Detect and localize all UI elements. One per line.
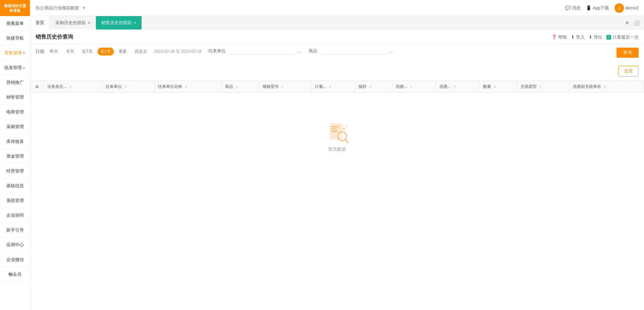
sort-icon: ⇅: [69, 85, 72, 89]
date-filter-group: 日期 昨天 今天 近7天 近1月 更多 自定义 2023-02-18 至 202…: [36, 48, 202, 55]
th-quantity[interactable]: 数量 ⇅: [480, 81, 517, 93]
sidebar-item-system[interactable]: 系统管理: [0, 193, 30, 208]
product-input-wrap: ...: [320, 48, 394, 54]
tab-sales-history[interactable]: 销售历史价跟踪 ×: [96, 16, 142, 30]
only-last-label: 只看最后一次: [612, 34, 639, 40]
page-header: 销售历史价查询 ❓ 帮助 ⬆ 导入 ⬇ 导出 只看最后一次: [30, 30, 644, 44]
import-label: 导入: [576, 34, 585, 40]
settings-button[interactable]: 设置: [619, 66, 639, 76]
chevron-up-icon: ▲: [22, 66, 26, 69]
svg-point-7: [343, 128, 345, 130]
product-dots[interactable]: ...: [387, 48, 394, 54]
th-price[interactable]: 报价 ⇅: [355, 81, 392, 93]
tab-purchase-close-icon[interactable]: ×: [88, 20, 90, 25]
th-product[interactable]: 商品 ⇅: [222, 81, 259, 93]
logo: 畅捷信好生意 标准版: [0, 0, 30, 16]
sidebar-item-inventory[interactable]: 库存核算: [0, 134, 30, 149]
empty-text: 暂无数据: [328, 146, 346, 152]
export-action[interactable]: ⬇ 导出: [589, 34, 602, 40]
query-button[interactable]: 查询: [616, 48, 639, 58]
sidebar-item-marketing[interactable]: 营销推广: [0, 75, 30, 90]
th-pretax-price[interactable]: 优惠前无税单价 ⇅: [569, 81, 644, 93]
th-unit[interactable]: 计量... ⇅: [311, 81, 355, 93]
header-actions: 💬 消息 📱 App下载 d demo2: [565, 3, 639, 13]
workspace-info: 办公用品行业模拟账套 ▼: [36, 5, 86, 11]
export-icon: ⬇: [589, 35, 592, 40]
import-action[interactable]: ⬆ 导入: [571, 34, 585, 40]
date-btn-1month[interactable]: 近1月: [98, 48, 114, 55]
sidebar: 畅捷信好生意 标准版 搜索菜单 快捷导航 零售管理 ▼ 批发管理 ▲ 营销推广 …: [0, 0, 30, 310]
logo-subtext: 标准版: [9, 8, 20, 13]
empty-state: 暂无数据: [30, 93, 644, 179]
export-label: 导出: [594, 34, 602, 40]
workspace-dropdown-icon[interactable]: ▼: [82, 6, 86, 10]
results-table: ⚙ 业务发生... ⇅ 往来单位 ⇅ 往来单位名称 ⇅ 商品 ⇅: [30, 81, 644, 93]
user-name: demo2: [625, 5, 639, 10]
sidebar-item-retail[interactable]: 零售管理 ▼: [0, 46, 30, 60]
import-icon: ⬆: [571, 35, 575, 40]
product-filter-group: 商品 ...: [309, 48, 394, 54]
sidebar-item-sales[interactable]: 销售管理: [0, 90, 30, 105]
th-partner-name[interactable]: 往来单位名称 ⇅: [155, 81, 222, 93]
date-btn-today[interactable]: 今天: [63, 48, 77, 55]
maximize-window-button[interactable]: ⬜: [633, 19, 640, 26]
sort-icon: ⇅: [369, 85, 372, 89]
table-wrap: ⚙ 业务发生... ⇅ 往来单位 ⇅ 往来单位名称 ⇅ 商品 ⇅: [30, 81, 644, 179]
th-biz-date[interactable]: 业务发生... ⇅: [44, 81, 102, 93]
sort-icon: ⇅: [539, 85, 542, 89]
app-download-label: App下载: [593, 5, 609, 11]
sort-icon: ⇅: [236, 85, 238, 89]
sidebar-item-enterprise[interactable]: 企业协同: [0, 208, 30, 223]
sort-icon: ⇅: [410, 85, 413, 89]
th-spec[interactable]: 规格型号 ⇅: [259, 81, 311, 93]
sidebar-item-wholesale[interactable]: 批发管理 ▲: [0, 60, 30, 75]
sidebar-item-operations[interactable]: 经营管理: [0, 164, 30, 178]
help-action[interactable]: ❓ 帮助: [551, 34, 567, 40]
sidebar-item-member[interactable]: 畅会员: [0, 267, 30, 282]
sidebar-item-shortcut[interactable]: 快捷导航: [0, 31, 30, 46]
sort-icon: ⇅: [185, 85, 187, 89]
main-area: 办公用品行业模拟账套 ▼ 💬 消息 📱 App下载 d demo2 首页: [30, 0, 644, 310]
close-window-button[interactable]: ✕: [624, 19, 631, 26]
partner-input[interactable]: [228, 48, 296, 54]
only-last-toggle[interactable]: 只看最后一次: [606, 34, 639, 40]
sidebar-item-search[interactable]: 搜索菜单: [0, 16, 30, 31]
th-discount1[interactable]: 优惠... ⇅: [392, 81, 436, 93]
logo-text: 畅捷信好生意: [4, 3, 26, 8]
tab-home[interactable]: 首页: [30, 16, 50, 30]
product-input[interactable]: [320, 48, 387, 54]
help-label: 帮助: [558, 34, 567, 40]
sidebar-item-wechat[interactable]: 企业微信: [0, 252, 30, 267]
avatar: d: [614, 3, 624, 13]
help-icon: ❓: [551, 35, 557, 40]
date-btn-7days[interactable]: 近7天: [79, 48, 96, 55]
window-controls: ✕ ⬜: [624, 19, 644, 26]
sort-icon: ⇅: [124, 85, 127, 89]
sidebar-item-purchase[interactable]: 采购管理: [0, 119, 30, 134]
date-btn-more[interactable]: 更多: [116, 48, 130, 55]
date-btn-yesterday[interactable]: 昨天: [47, 48, 61, 55]
page-title: 销售历史价查询: [36, 34, 73, 41]
chevron-down-icon: ▼: [22, 51, 26, 55]
only-last-checkbox[interactable]: [606, 35, 611, 40]
sidebar-item-finance[interactable]: 资金管理: [0, 149, 30, 164]
th-settings[interactable]: ⚙: [31, 81, 44, 93]
partner-dots[interactable]: ...: [296, 48, 302, 54]
date-range-text: 2023-02-18 至 2023-03-18: [154, 49, 201, 54]
sidebar-item-ecommerce[interactable]: 电商管理: [0, 105, 30, 119]
th-trade-type[interactable]: 交易类型 ⇅: [517, 81, 569, 93]
tab-sales-history-label: 销售历史价跟踪: [101, 20, 132, 26]
th-partner-code[interactable]: 往来单位 ⇅: [102, 81, 155, 93]
filter-actions: 查询: [616, 48, 639, 58]
th-discount2[interactable]: 优惠... ⇅: [436, 81, 480, 93]
user-profile[interactable]: d demo2: [614, 3, 639, 13]
sidebar-item-basic[interactable]: 基础信息: [0, 178, 30, 193]
tab-sales-close-icon[interactable]: ×: [134, 20, 136, 25]
app-download-action[interactable]: 📱 App下载: [586, 5, 609, 11]
sidebar-item-appstore[interactable]: 应用中心: [0, 238, 30, 252]
date-options: 昨天 今天 近7天 近1月 更多 自定义: [47, 48, 150, 55]
message-action[interactable]: 💬 消息: [565, 5, 581, 11]
date-btn-custom[interactable]: 自定义: [132, 48, 150, 55]
tab-purchase-history[interactable]: 采购历史价跟踪 ×: [50, 16, 96, 30]
sidebar-item-guide[interactable]: 新手引导: [0, 223, 30, 238]
